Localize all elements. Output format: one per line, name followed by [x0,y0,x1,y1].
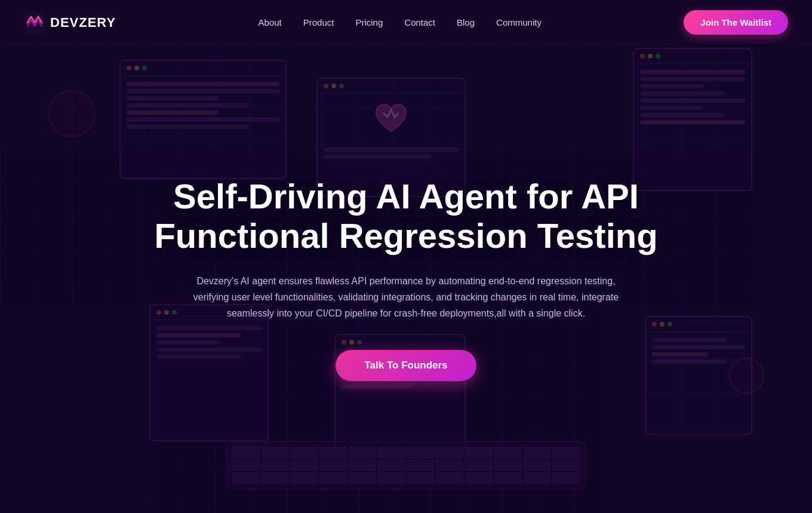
join-waitlist-button[interactable]: Join The Waitlist [684,10,788,35]
hero-section: Self-Driving AI Agent for API Functional… [0,0,812,513]
hero-title: Self-Driving AI Agent for API Functional… [137,177,675,256]
nav-item-community[interactable]: Community [496,17,542,28]
hero-subtitle: Devzery's AI agent ensures flawless API … [191,273,621,322]
nav-item-pricing[interactable]: Pricing [355,17,383,28]
logo-icon [24,12,45,33]
nav-item-product[interactable]: Product [303,17,334,28]
nav-links: About Product Pricing Contact Blog Commu… [259,17,542,28]
logo[interactable]: DEVZERY [24,12,116,33]
logo-text: DEVZERY [50,15,116,30]
nav-item-blog[interactable]: Blog [457,17,475,28]
nav-item-about[interactable]: About [259,17,282,28]
nav-item-contact[interactable]: Contact [404,17,435,28]
talk-to-founders-button[interactable]: Talk To Founders [336,350,476,381]
navbar: DEVZERY About Product Pricing Contact Bl… [0,0,812,45]
